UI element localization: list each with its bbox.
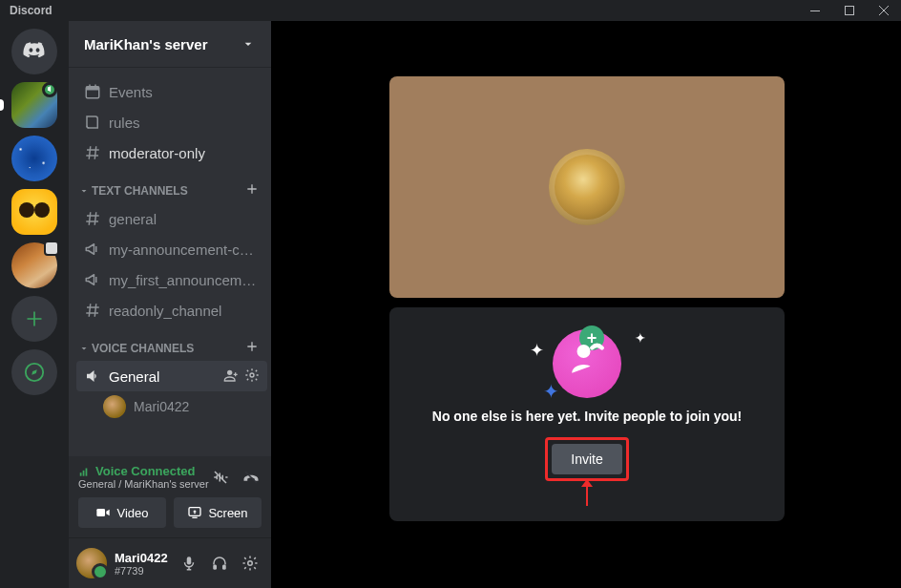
speaker-icon bbox=[84, 368, 101, 385]
disconnect-button[interactable] bbox=[241, 467, 262, 488]
close-icon bbox=[878, 5, 890, 16]
minimize-button[interactable] bbox=[802, 1, 828, 20]
user-settings-button[interactable] bbox=[237, 550, 263, 577]
invite-to-channel-button[interactable] bbox=[223, 368, 239, 386]
user-info[interactable]: Mari0422 #7739 bbox=[115, 551, 168, 577]
hash-icon bbox=[84, 210, 101, 227]
category-label: VOICE CHANNELS bbox=[92, 342, 194, 355]
voice-stage: ✦✦✦ + No one else is here yet. Invite pe… bbox=[271, 21, 901, 588]
plus-icon bbox=[25, 309, 44, 328]
svg-rect-15 bbox=[187, 556, 192, 564]
noise-suppress-button[interactable] bbox=[210, 467, 231, 488]
svg-rect-6 bbox=[94, 85, 96, 88]
video-button[interactable]: Video bbox=[78, 497, 166, 528]
close-button[interactable] bbox=[870, 1, 897, 20]
channel-label: my_first_announcemen... bbox=[109, 272, 260, 288]
voice-connected-label: Voice Connected bbox=[78, 464, 209, 478]
add-server-button[interactable] bbox=[11, 296, 57, 342]
annotation-arrow bbox=[586, 487, 588, 506]
text-channel-readonly[interactable]: readonly_channel bbox=[76, 295, 267, 326]
home-button[interactable] bbox=[11, 29, 57, 74]
server-item[interactable] bbox=[11, 242, 57, 288]
screen-share-icon bbox=[187, 505, 202, 520]
wave-icon bbox=[567, 340, 607, 380]
server-name: MariKhan's server bbox=[84, 36, 207, 52]
chevron-down-icon bbox=[241, 36, 256, 52]
user-panel: Mari0422 #7739 bbox=[69, 538, 271, 588]
chevron-down-icon bbox=[78, 343, 90, 354]
svg-rect-0 bbox=[810, 10, 820, 11]
deafen-button[interactable] bbox=[206, 550, 233, 577]
channel-label: General bbox=[109, 368, 216, 385]
megaphone-icon bbox=[84, 241, 101, 258]
svg-rect-14 bbox=[193, 517, 198, 518]
gear-icon bbox=[241, 555, 259, 572]
maximize-icon bbox=[844, 5, 855, 16]
voice-badge bbox=[42, 82, 57, 97]
voice-channel-general[interactable]: General bbox=[76, 361, 267, 391]
svg-rect-11 bbox=[86, 468, 88, 475]
gear-icon bbox=[244, 368, 260, 383]
avatar[interactable] bbox=[76, 548, 107, 578]
avatar bbox=[103, 395, 126, 418]
voice-status-panel: Voice Connected General / MariKhan's ser… bbox=[69, 456, 271, 538]
server-item[interactable] bbox=[11, 189, 57, 235]
svg-rect-16 bbox=[213, 565, 217, 570]
svg-rect-17 bbox=[222, 565, 226, 570]
server-item-active[interactable] bbox=[11, 82, 57, 128]
voice-channels-category[interactable]: VOICE CHANNELS bbox=[76, 326, 267, 361]
mic-icon bbox=[180, 555, 198, 572]
channel-settings-button[interactable] bbox=[244, 368, 260, 386]
channel-label: moderator-only bbox=[109, 145, 260, 161]
explore-servers-button[interactable] bbox=[11, 349, 57, 395]
svg-rect-9 bbox=[80, 472, 82, 476]
svg-rect-1 bbox=[846, 7, 854, 15]
disconnect-icon bbox=[242, 469, 260, 486]
svg-rect-10 bbox=[83, 470, 85, 475]
channel-sidebar: MariKhan's server Events rules moderator… bbox=[69, 21, 271, 588]
svg-rect-5 bbox=[89, 85, 91, 88]
add-channel-button[interactable] bbox=[244, 181, 260, 200]
svg-rect-12 bbox=[97, 509, 106, 516]
server-header[interactable]: MariKhan's server bbox=[69, 21, 271, 67]
channel-label: Events bbox=[109, 84, 260, 100]
plus-icon bbox=[244, 181, 260, 197]
book-icon bbox=[84, 114, 101, 131]
events-channel[interactable]: Events bbox=[76, 76, 267, 107]
megaphone-icon bbox=[84, 271, 101, 288]
mute-button[interactable] bbox=[176, 550, 202, 577]
svg-point-7 bbox=[227, 369, 232, 374]
text-channel-general[interactable]: general bbox=[76, 203, 267, 234]
username: Mari0422 bbox=[115, 551, 168, 565]
server-item[interactable] bbox=[11, 136, 57, 181]
noise-suppress-icon bbox=[212, 469, 229, 486]
channel-label: general bbox=[109, 211, 260, 227]
active-indicator bbox=[0, 99, 4, 111]
text-channels-category[interactable]: TEXT CHANNELS bbox=[76, 168, 267, 203]
svg-rect-4 bbox=[86, 87, 99, 91]
participant-avatar bbox=[549, 149, 625, 225]
voice-member[interactable]: Mari0422 bbox=[76, 391, 267, 422]
titlebar: Discord bbox=[0, 0, 901, 21]
text-channel-announcement-1[interactable]: my-announcement-cha... bbox=[76, 234, 267, 264]
highlight-box: Invite bbox=[545, 437, 628, 481]
add-channel-button[interactable] bbox=[244, 339, 260, 357]
invite-button[interactable]: Invite bbox=[552, 444, 621, 474]
participant-tile[interactable] bbox=[389, 76, 785, 298]
voice-channel-path: General / MariKhan's server bbox=[78, 478, 209, 490]
window-controls bbox=[802, 1, 897, 20]
add-user-icon bbox=[223, 368, 239, 383]
discord-icon bbox=[22, 39, 47, 64]
rules-channel[interactable]: rules bbox=[76, 107, 267, 137]
server-rail bbox=[0, 21, 69, 588]
compass-icon bbox=[24, 362, 45, 383]
channel-label: my-announcement-cha... bbox=[109, 242, 260, 258]
event-badge bbox=[44, 241, 59, 256]
empty-state-message: No one else is here yet. Invite people t… bbox=[432, 409, 742, 424]
text-channel-announcement-2[interactable]: my_first_announcemen... bbox=[76, 264, 267, 295]
signal-icon bbox=[78, 465, 92, 478]
maximize-button[interactable] bbox=[836, 1, 863, 20]
moderator-only-channel[interactable]: moderator-only bbox=[76, 137, 267, 168]
channels-scroll: Events rules moderator-only TEXT CHANNEL… bbox=[69, 67, 271, 456]
screen-share-button[interactable]: Screen bbox=[174, 497, 262, 528]
